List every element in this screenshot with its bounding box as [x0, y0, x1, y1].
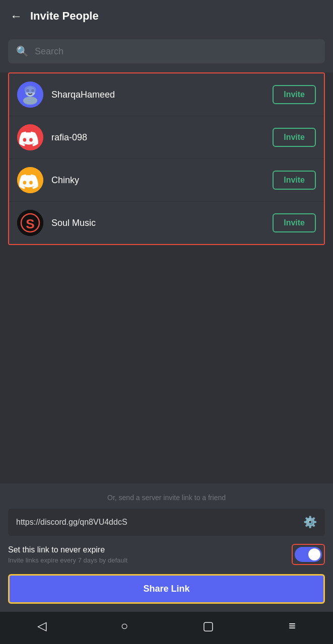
- expire-section: Set this link to never expire Invite lin…: [8, 544, 325, 565]
- page-title: Invite People: [30, 10, 99, 23]
- username-sharqahameed: SharqaHameed: [51, 90, 264, 100]
- svg-point-2: [23, 97, 37, 105]
- never-expire-toggle[interactable]: [295, 547, 322, 562]
- avatar-sharqahameed: [17, 82, 43, 108]
- expire-text-group: Set this link to never expire Invite lin…: [8, 545, 286, 564]
- user-item-sharqahameed: SharqaHameed Invite: [9, 73, 324, 116]
- nav-recents-icon[interactable]: ▢: [203, 619, 214, 633]
- invite-link-box: https://discord.gg/qn8VU4ddcS ⚙️: [8, 509, 325, 536]
- toggle-knob: [308, 548, 320, 560]
- username-rafia: rafia-098: [51, 132, 264, 143]
- nav-back-icon[interactable]: ◁: [37, 619, 46, 633]
- search-box: 🔍: [8, 39, 325, 63]
- header: ← Invite People: [0, 0, 333, 32]
- settings-icon[interactable]: ⚙️: [303, 516, 317, 529]
- avatar-soul-music: S: [17, 210, 43, 236]
- bottom-section: Or, send a server invite link to a frien…: [0, 484, 333, 612]
- invite-button-sharqahameed[interactable]: Invite: [273, 85, 316, 104]
- nav-home-icon[interactable]: ○: [121, 619, 128, 633]
- username-soul-music: Soul Music: [51, 218, 264, 228]
- search-section: 🔍: [0, 32, 333, 72]
- middle-spacer: [0, 245, 333, 484]
- search-icon: 🔍: [16, 45, 29, 57]
- user-item-chinky: Chinky Invite: [9, 159, 324, 202]
- invite-link-text: https://discord.gg/qn8VU4ddcS: [16, 518, 298, 527]
- invite-button-chinky[interactable]: Invite: [273, 171, 316, 190]
- search-input[interactable]: [35, 46, 317, 57]
- nav-bar: ◁ ○ ▢ ≡: [0, 612, 333, 644]
- or-send-text: Or, send a server invite link to a frien…: [8, 494, 325, 502]
- nav-menu-icon[interactable]: ≡: [289, 619, 296, 633]
- user-item-soul-music: S Soul Music Invite: [9, 202, 324, 244]
- invite-button-rafia[interactable]: Invite: [273, 128, 316, 147]
- share-link-button[interactable]: Share Link: [8, 574, 325, 604]
- expire-title: Set this link to never expire: [8, 545, 286, 554]
- svg-text:S: S: [26, 216, 34, 231]
- back-button[interactable]: ←: [10, 9, 22, 23]
- never-expire-toggle-container: [292, 544, 325, 565]
- invite-button-soul-music[interactable]: Invite: [273, 213, 316, 232]
- avatar-chinky: [17, 167, 43, 193]
- expire-subtitle: Invite links expire every 7 days by defa…: [8, 556, 286, 564]
- user-list: SharqaHameed Invite rafia-098 Invite Chi…: [8, 72, 325, 245]
- user-item-rafia: rafia-098 Invite: [9, 116, 324, 159]
- username-chinky: Chinky: [51, 175, 264, 186]
- avatar-rafia: [17, 124, 43, 150]
